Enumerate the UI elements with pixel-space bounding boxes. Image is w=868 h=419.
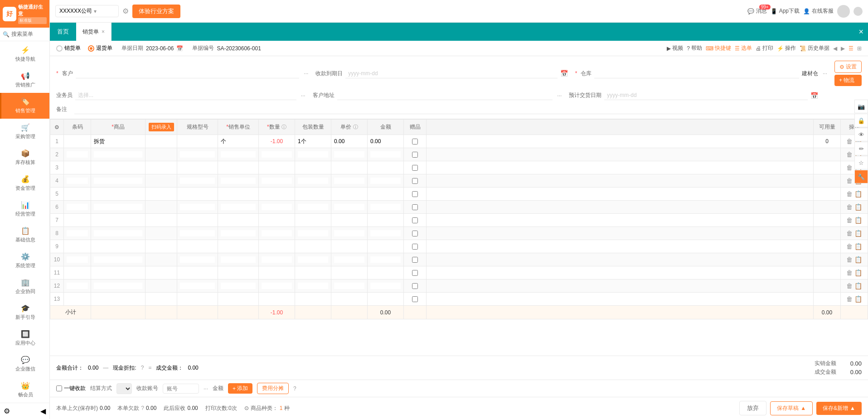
sidebar-item-operations[interactable]: 📊 经营管理 [0,196,49,222]
collapse-icon[interactable]: ◀ [40,407,46,415]
delete-icon[interactable]: 🗑 [846,138,853,145]
row-qty[interactable] [259,174,295,188]
row-amount[interactable] [368,135,404,148]
message-btn[interactable]: 💬 消息 99+ [747,7,767,15]
one-click-checkbox[interactable] [56,385,62,391]
sidebar-item-member[interactable]: 👑 畅会员 [0,377,49,403]
row-amount[interactable] [368,253,404,266]
address-dots[interactable]: ··· [557,92,562,99]
row-gift[interactable] [404,214,427,227]
row-unit[interactable] [218,279,259,293]
row-spec[interactable] [177,279,218,293]
salesman-input[interactable] [75,91,296,100]
row-gift[interactable] [404,135,427,148]
row-amount[interactable] [368,148,404,161]
row-barcode[interactable] [64,266,91,279]
account-input[interactable] [163,384,199,394]
row-price[interactable] [331,135,368,148]
row-price[interactable] [331,148,368,161]
row-spec[interactable] [177,227,218,240]
goods-type[interactable]: ⊙ 商品种类： 1 种 [244,405,290,412]
sidebar-item-system[interactable]: ⚙️ 系统管理 [0,248,49,274]
row-amount[interactable] [368,201,404,214]
row-barcode[interactable] [64,135,91,148]
online-service-btn[interactable]: 👤 在线客服 [803,7,834,15]
row-goods[interactable] [91,266,145,279]
row-spec[interactable] [177,214,218,227]
help-btn[interactable]: ? 帮助 [687,44,702,52]
row-spec[interactable] [177,188,218,201]
salesman-dots[interactable]: ··· [301,92,305,99]
scan-button[interactable]: 扫码录入 [149,123,174,131]
delete-icon[interactable]: 🗑 [846,243,853,250]
row-barcode[interactable] [64,148,91,161]
discard-button[interactable]: 放弃 [739,401,766,415]
row-goods[interactable] [91,214,145,227]
row-qty[interactable] [259,214,295,227]
delete-icon[interactable]: 🗑 [846,164,853,171]
row-goods[interactable] [91,148,145,161]
copy-icon[interactable]: 📋 [854,230,862,237]
row-unit[interactable] [218,253,259,266]
row-goods[interactable] [91,279,145,293]
row-barcode[interactable] [64,188,91,201]
row-goods[interactable] [91,188,145,201]
row-goods[interactable] [91,253,145,266]
delete-icon[interactable]: 🗑 [846,151,853,158]
video-btn[interactable]: ▶ 视频 [667,44,683,52]
row-qty[interactable] [259,266,295,279]
row-amount[interactable] [368,240,404,253]
row-gift[interactable] [404,253,427,266]
row-amount[interactable] [368,174,404,188]
row-pkg-qty[interactable] [295,135,331,148]
row-qty[interactable] [259,188,295,201]
save-draft-button[interactable]: 保存草稿 ▲ [770,401,813,415]
row-qty[interactable] [259,253,295,266]
row-gift[interactable] [404,161,427,174]
row-spec[interactable] [177,148,218,161]
row-barcode[interactable] [64,253,91,266]
row-goods[interactable] [91,227,145,240]
app-download-btn[interactable]: 📱 App下载 [771,7,800,15]
copy-icon[interactable]: 📋 [854,295,862,303]
row-unit[interactable] [218,227,259,240]
row-amount[interactable] [368,188,404,201]
customer-input[interactable] [76,69,300,78]
row-price[interactable] [331,253,368,266]
row-price[interactable] [331,279,368,293]
delete-icon[interactable]: 🗑 [846,203,853,211]
sidebar-item-purchase[interactable]: 🛒 采购管理 [0,119,49,144]
row-price[interactable] [331,293,368,306]
row-barcode[interactable] [64,240,91,253]
row-unit[interactable] [218,161,259,174]
row-unit[interactable] [218,135,259,148]
dots-icon[interactable]: ··· [204,385,208,392]
row-goods[interactable] [91,135,145,148]
row-gift[interactable] [404,279,427,293]
row-gift[interactable] [404,240,427,253]
row-spec[interactable] [177,174,218,188]
row-pkg-qty[interactable] [295,161,331,174]
copy-icon[interactable]: 📋 [854,282,862,289]
delete-icon[interactable]: 🗑 [846,177,853,184]
row-spec[interactable] [177,201,218,214]
delete-icon[interactable]: 🗑 [846,282,853,289]
row-pkg-qty[interactable] [295,201,331,214]
row-pkg-qty[interactable] [295,279,331,293]
row-unit[interactable] [218,188,259,201]
settings-button[interactable]: ⚙ 设置 [834,61,862,73]
row-barcode[interactable] [64,293,91,306]
right-btn-eye[interactable]: 👁 [854,128,868,141]
row-barcode[interactable] [64,227,91,240]
operate-btn[interactable]: ⚡ 操作 [777,44,796,52]
copy-icon[interactable]: 📋 [854,217,862,224]
nav-next-icon[interactable]: ▶ [841,45,845,52]
row-qty[interactable] [259,161,295,174]
copy-icon[interactable]: 📋 [854,190,862,197]
row-amount[interactable] [368,214,404,227]
tab-sales-order[interactable]: 销货单 × [76,23,112,41]
row-gift[interactable] [404,148,427,161]
row-pkg-qty[interactable] [295,188,331,201]
sidebar-item-quick-nav[interactable]: ⚡ 快捷导航 [0,41,49,67]
warehouse-input[interactable] [594,69,799,78]
